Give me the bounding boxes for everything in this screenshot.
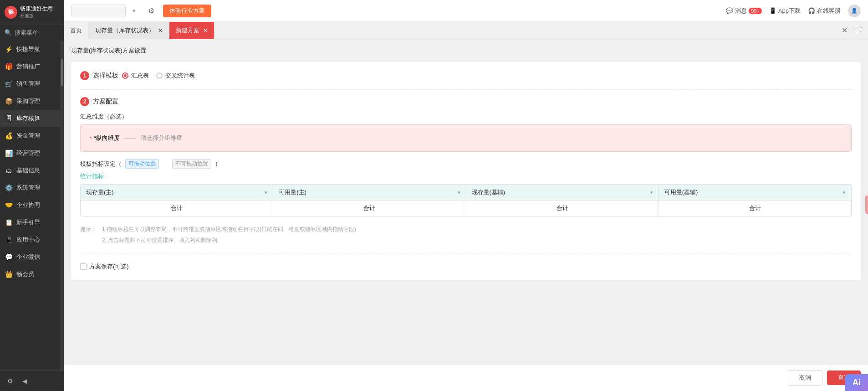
tab-new-plan-close[interactable]: ✕ bbox=[203, 27, 208, 34]
sidebar: 畅 畅康通好生意 标准版 🔍 搜索菜单 ⚡ 快捷导航 🎁 营销推广 🛒 销售管理 bbox=[0, 0, 64, 391]
sidebar-item-member[interactable]: 👑 畅会员 bbox=[0, 266, 60, 283]
online-service-button[interactable]: 🎧 在线客服 bbox=[808, 7, 841, 15]
indicator-table: 现存量(主) ▾ 可用量(主) ▾ 现存量(基辅) ▾ bbox=[80, 184, 852, 216]
inventory-icon: 🗄 bbox=[5, 114, 13, 123]
cell-4: 合计 bbox=[659, 201, 851, 216]
indicator-col-2[interactable]: 可用量(主) ▾ bbox=[273, 185, 466, 200]
wechat-icon: 💬 bbox=[5, 253, 13, 261]
app-download-icon: 📱 bbox=[769, 7, 776, 14]
step2-header: 2 方案配置 bbox=[80, 97, 852, 106]
radio-summary-label: 汇总表 bbox=[131, 72, 149, 80]
header-gear-button[interactable]: ⚙ bbox=[145, 5, 158, 17]
online-service-label: 在线客服 bbox=[817, 7, 841, 15]
sidebar-item-purchase[interactable]: 📦 采购管理 bbox=[0, 93, 60, 110]
indicator-table-header: 现存量(主) ▾ 可用量(主) ▾ 现存量(基辅) ▾ bbox=[81, 185, 851, 200]
dimension-box: * *纵向维度 —— 请选择分组维度 bbox=[80, 124, 852, 152]
col2-label: 可用量(主) bbox=[279, 188, 306, 196]
message-button[interactable]: 💬 消息 99+ bbox=[726, 7, 762, 15]
step2-title: 方案配置 bbox=[93, 98, 118, 106]
col1-chevron-icon: ▾ bbox=[265, 190, 267, 196]
sidebar-item-label: 库存核算 bbox=[16, 114, 40, 123]
basics-icon: 🗂 bbox=[5, 166, 13, 175]
collapse-sidebar-button[interactable]: ◀ bbox=[19, 376, 30, 386]
indicator-settings: 模板指标设定（ 可拖动位置 不可拖动位置 ） 统计指标 现存量(主) ▾ bbox=[80, 159, 852, 216]
sidebar-item-label: 企业协同 bbox=[16, 201, 40, 209]
sidebar-item-finance[interactable]: 💰 资金管理 bbox=[0, 127, 60, 144]
step2-badge: 2 bbox=[80, 97, 89, 106]
sidebar-item-label: 资金管理 bbox=[16, 132, 40, 140]
sidebar-item-marketing[interactable]: 🎁 营销推广 bbox=[0, 58, 60, 75]
sidebar-item-sales[interactable]: 🛒 销售管理 bbox=[0, 75, 60, 93]
tab-new-plan[interactable]: 新建方案 ✕ bbox=[169, 22, 214, 39]
indicator-col-1[interactable]: 现存量(主) ▾ bbox=[81, 185, 273, 200]
marketing-icon: 🎁 bbox=[5, 62, 13, 71]
save-checkbox-label: 方案保存(可选) bbox=[89, 262, 129, 271]
cancel-button[interactable]: 取消 bbox=[788, 370, 822, 386]
content-area: 现存量(库存状况表)方案设置 1 选择模板 汇总表 交叉统计表 bbox=[64, 39, 868, 364]
radio-cross[interactable]: 交叉统计表 bbox=[156, 72, 195, 80]
sidebar-search[interactable]: 🔍 搜索菜单 bbox=[0, 25, 64, 41]
save-checkbox[interactable] bbox=[80, 263, 87, 270]
dimension-placeholder: 请选择分组维度 bbox=[141, 134, 182, 142]
dimension-label: 汇总维度（必选） bbox=[80, 113, 852, 121]
user-avatar[interactable]: 👤 bbox=[848, 5, 861, 17]
right-edge-handle[interactable] bbox=[865, 196, 868, 214]
bottom-divider bbox=[80, 255, 852, 255]
sidebar-item-label: 采购管理 bbox=[16, 97, 40, 105]
tab-inventory-status[interactable]: 现存量（库存状况表） ✕ bbox=[89, 22, 169, 39]
sidebar-item-basics[interactable]: 🗂 基础信息 bbox=[0, 162, 60, 179]
close-all-tabs-button[interactable]: ✕ bbox=[839, 25, 850, 36]
expand-tabs-button[interactable]: ⛶ bbox=[853, 25, 864, 36]
user-name: 👤 bbox=[851, 8, 858, 14]
tab-home-label: 首页 bbox=[70, 26, 82, 35]
sidebar-item-inventory[interactable]: 🗄 库存核算 bbox=[0, 110, 60, 127]
trial-button[interactable]: 体验行业方案 bbox=[163, 5, 211, 17]
settings-button[interactable]: ⚙ bbox=[5, 376, 15, 386]
message-badge: 99+ bbox=[749, 8, 762, 14]
sidebar-item-operations[interactable]: 📊 经营管理 bbox=[0, 144, 60, 162]
vertical-dimension-label: *纵向维度 bbox=[94, 134, 120, 142]
col4-chevron-icon: ▾ bbox=[843, 190, 846, 196]
indicator-col-4[interactable]: 可用量(基辅) ▾ bbox=[659, 185, 851, 200]
top-header: ▾ ⚙ 体验行业方案 💬 消息 99+ 📱 App下载 🎧 在线客服 👤 bbox=[64, 0, 868, 22]
tab-new-plan-label: 新建方案 bbox=[176, 26, 199, 35]
sidebar-item-label: 企业微信 bbox=[16, 253, 40, 261]
quick-nav-icon: ⚡ bbox=[5, 45, 13, 53]
step1-header: 1 选择模板 汇总表 交叉统计表 bbox=[80, 71, 852, 80]
sidebar-item-label: 基础信息 bbox=[16, 166, 40, 175]
tab-inventory-status-close[interactable]: ✕ bbox=[158, 27, 163, 34]
enterprise-icon: 🤝 bbox=[5, 201, 13, 209]
message-icon: 💬 bbox=[726, 7, 733, 14]
app-name: 畅康通好生意 bbox=[20, 5, 53, 13]
required-marker: * bbox=[90, 135, 92, 142]
header-right: 💬 消息 99+ 📱 App下载 🎧 在线客服 👤 bbox=[726, 5, 861, 17]
sidebar-item-label: 营销推广 bbox=[16, 62, 40, 71]
sidebar-scrollbar[interactable] bbox=[60, 41, 64, 370]
header-search-box[interactable] bbox=[71, 5, 126, 17]
tab-home[interactable]: 首页 bbox=[64, 22, 89, 39]
tab-bar-right: ✕ ⛶ bbox=[839, 25, 868, 36]
app-logo-icon: 畅 bbox=[5, 6, 17, 19]
ai-badge[interactable]: Ai bbox=[845, 374, 868, 391]
sidebar-item-label: 销售管理 bbox=[16, 80, 40, 88]
radio-summary[interactable]: 汇总表 bbox=[122, 72, 149, 80]
sidebar-item-quick-nav[interactable]: ⚡ 快捷导航 bbox=[0, 41, 60, 58]
sidebar-item-label: 系统管理 bbox=[16, 184, 40, 192]
radio-summary-circle bbox=[122, 72, 128, 79]
sidebar-item-system[interactable]: ⚙️ 系统管理 bbox=[0, 179, 60, 196]
message-label: 消息 bbox=[735, 7, 747, 15]
sidebar-item-wechat[interactable]: 💬 企业微信 bbox=[0, 248, 60, 266]
sidebar-item-enterprise[interactable]: 🤝 企业协同 bbox=[0, 196, 60, 214]
sidebar-item-newbie[interactable]: 📋 新手引导 bbox=[0, 214, 60, 231]
indicator-col-3[interactable]: 现存量(基辅) ▾ bbox=[466, 185, 659, 200]
finance-icon: 💰 bbox=[5, 132, 13, 140]
sidebar-logo: 畅 畅康通好生意 标准版 bbox=[0, 0, 64, 25]
header-dropdown-button[interactable]: ▾ bbox=[128, 5, 139, 16]
app-download-button[interactable]: 📱 App下载 bbox=[769, 7, 801, 15]
tips-section: 提示： 1.拖动标题栏可以调整布局，不可跨维度或指标区域拖动栏目字段(只能在同一… bbox=[80, 224, 852, 246]
dimension-arrow: —— bbox=[124, 135, 136, 142]
sidebar-item-label: 新手引导 bbox=[16, 218, 40, 226]
step1-badge: 1 bbox=[80, 71, 89, 80]
system-icon: ⚙️ bbox=[5, 184, 13, 192]
sidebar-item-appstore[interactable]: 📱 应用中心 bbox=[0, 231, 60, 248]
